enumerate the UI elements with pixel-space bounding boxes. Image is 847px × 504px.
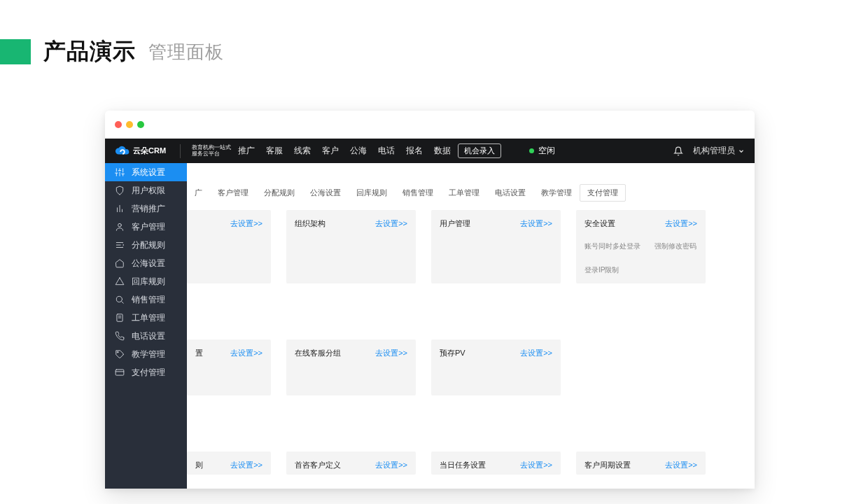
- tab-item[interactable]: 回库规则: [349, 184, 395, 202]
- go-settings-link[interactable]: 去设置>>: [520, 460, 552, 470]
- user-label: 机构管理员: [693, 145, 735, 157]
- go-settings-link[interactable]: 去设置>>: [375, 218, 407, 229]
- tab-item[interactable]: 销售管理: [395, 184, 441, 202]
- sidebar-item-label: 工单管理: [132, 312, 165, 324]
- cloud-icon: [115, 144, 130, 158]
- nav-item[interactable]: 线索: [294, 145, 311, 157]
- sidebar-item-label: 系统设置: [132, 167, 165, 178]
- sidebar-item-sliders[interactable]: 系统设置: [105, 163, 187, 181]
- svg-point-19: [117, 351, 118, 353]
- svg-point-12: [118, 223, 122, 227]
- sidebar-item-tag[interactable]: 教学管理: [105, 345, 187, 363]
- window-controls: [105, 111, 755, 139]
- sidebar-item-label: 销售管理: [132, 294, 165, 306]
- tab-item[interactable]: 分配规则: [256, 184, 302, 202]
- tab-item[interactable]: 教学管理: [533, 184, 580, 202]
- chevron-down-icon: [738, 148, 745, 155]
- card-title: 置: [195, 348, 203, 358]
- settings-card: 安全设置去设置>>账号同时多处登录强制修改密码登录IP限制: [576, 210, 706, 284]
- sidebar-item-home[interactable]: 公海设置: [105, 254, 187, 272]
- brand-logo: 云朵CRM: [115, 144, 166, 158]
- nav-item[interactable]: 客服: [266, 145, 283, 157]
- card-title: 首咨客户定义: [295, 460, 341, 470]
- card-icon: [115, 368, 125, 377]
- sidebar: 系统设置用户权限营销推广客户管理分配规则公海设置回库规则销售管理工单管理电话设置…: [105, 163, 187, 489]
- sidebar-item-label: 客户管理: [132, 221, 165, 233]
- page-title: 产品演示: [43, 36, 136, 67]
- bell-icon[interactable]: [673, 146, 683, 156]
- card-title: 用户管理: [440, 218, 470, 229]
- maximize-window-button[interactable]: [137, 121, 144, 128]
- settings-card: 预存PV去设置>>: [431, 340, 561, 396]
- card-sub-item: 登录IP限制: [584, 265, 619, 275]
- svg-line-15: [122, 302, 124, 304]
- settings-card: 首咨客户定义去设置>>: [286, 451, 416, 475]
- tab-item[interactable]: 电话设置: [487, 184, 533, 202]
- nav-item[interactable]: 数据: [434, 145, 451, 157]
- sidebar-item-label: 电话设置: [132, 330, 165, 342]
- card-sub-item: 账号同时多处登录: [584, 241, 640, 251]
- tab-item[interactable]: 支付管理: [580, 184, 626, 202]
- nav-item[interactable]: 公海: [350, 145, 367, 157]
- settings-card: 则去设置>>: [187, 451, 271, 475]
- sidebar-item-cycle[interactable]: 回库规则: [105, 272, 187, 290]
- accent-block: [0, 39, 31, 64]
- sidebar-item-chart[interactable]: 营销推广: [105, 200, 187, 218]
- cards-row: 置去设置>>在线客服分组去设置>>预存PV去设置>>: [187, 340, 755, 396]
- card-title: 客户周期设置: [584, 460, 631, 470]
- nav-item[interactable]: 推广: [238, 145, 255, 157]
- record-entry-button[interactable]: 机会录入: [458, 144, 501, 158]
- doc-icon: [115, 313, 125, 323]
- sidebar-item-label: 回库规则: [132, 276, 165, 288]
- sidebar-item-label: 营销推广: [132, 203, 165, 215]
- sidebar-item-card[interactable]: 支付管理: [105, 363, 187, 382]
- sidebar-item-shield[interactable]: 用户权限: [105, 181, 187, 200]
- go-settings-link[interactable]: 去设置>>: [665, 460, 697, 470]
- minimize-window-button[interactable]: [126, 121, 133, 128]
- user-menu[interactable]: 机构管理员: [693, 145, 745, 157]
- sidebar-item-label: 支付管理: [132, 367, 165, 379]
- brand-tagline: 教育机构一站式服务云平台: [192, 145, 231, 158]
- tag-icon: [115, 349, 125, 359]
- sidebar-item-rule[interactable]: 分配规则: [105, 236, 187, 254]
- nav-item[interactable]: 电话: [378, 145, 395, 157]
- shield-icon: [115, 186, 125, 195]
- card-title: 预存PV: [440, 348, 465, 358]
- tabs: 广客户管理分配规则公海设置回库规则销售管理工单管理电话设置教学管理支付管理: [187, 163, 755, 210]
- sidebar-item-label: 公海设置: [132, 258, 165, 270]
- go-settings-link[interactable]: 去设置>>: [375, 348, 407, 358]
- sidebar-item-label: 教学管理: [132, 349, 165, 360]
- tab-item[interactable]: 广: [187, 184, 210, 202]
- sidebar-item-phone[interactable]: 电话设置: [105, 327, 187, 345]
- settings-card: 客户周期设置去设置>>: [576, 451, 706, 475]
- chart-icon: [115, 204, 125, 214]
- go-settings-link[interactable]: 去设置>>: [375, 460, 407, 470]
- user-icon: [115, 222, 125, 232]
- status-dot-icon: [529, 148, 534, 153]
- go-settings-link[interactable]: 去设置>>: [520, 348, 552, 358]
- settings-card: 在线客服分组去设置>>: [286, 340, 416, 396]
- topbar: 云朵CRM 教育机构一站式服务云平台 推广 客服 线索 客户 公海 电话 报名 …: [105, 139, 755, 163]
- sidebar-item-doc[interactable]: 工单管理: [105, 309, 187, 327]
- nav-item[interactable]: 客户: [322, 145, 339, 157]
- sidebar-item-user[interactable]: 客户管理: [105, 218, 187, 236]
- card-title: 当日任务设置: [440, 460, 486, 470]
- go-settings-link[interactable]: 去设置>>: [230, 218, 262, 229]
- topbar-right: 机构管理员: [673, 145, 745, 157]
- svg-marker-13: [115, 278, 124, 285]
- close-window-button[interactable]: [115, 121, 122, 128]
- go-settings-link[interactable]: 去设置>>: [520, 218, 552, 229]
- settings-card: 当日任务设置去设置>>: [431, 451, 561, 475]
- tab-item[interactable]: 公海设置: [302, 184, 349, 202]
- tab-item[interactable]: 工单管理: [441, 184, 487, 202]
- divider: [180, 144, 181, 158]
- nav-item[interactable]: 报名: [406, 145, 423, 157]
- tab-item[interactable]: 客户管理: [210, 184, 256, 202]
- card-sub: 账号同时多处登录强制修改密码登录IP限制: [584, 241, 697, 275]
- go-settings-link[interactable]: 去设置>>: [230, 460, 262, 470]
- sidebar-item-search[interactable]: 销售管理: [105, 290, 187, 309]
- go-settings-link[interactable]: 去设置>>: [230, 348, 262, 358]
- go-settings-link[interactable]: 去设置>>: [665, 218, 697, 229]
- card-title: 则: [195, 460, 203, 470]
- status-label: 空闲: [538, 145, 555, 157]
